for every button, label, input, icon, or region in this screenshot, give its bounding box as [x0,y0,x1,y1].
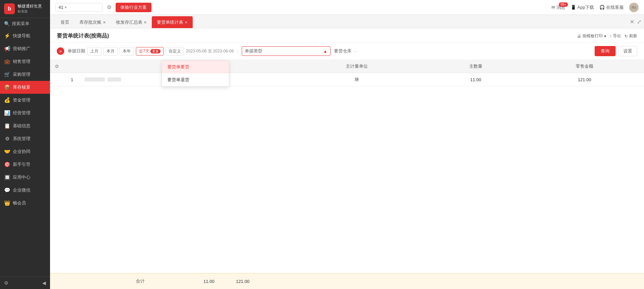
collapse-button[interactable]: ◀ [42,280,46,286]
col-header-index [64,60,80,73]
settings-button[interactable]: 设置 [618,46,637,56]
avatar: Rit [629,3,639,12]
guide-icon: 🎯 [4,161,10,168]
page-content: 要货单统计表(按商品) 🖨 按模板打印 ▾ ↑ 导出 ↻ 刷新 » [50,28,644,289]
tab-receive-summary[interactable]: 收发存汇总表 ✕ [111,16,152,28]
app-center-icon: 🔲 [4,174,10,180]
sidebar-item-operations[interactable]: 📊 经营管理 [0,107,50,119]
filter-right: 查询 设置 [595,46,637,56]
export-button[interactable]: ↑ 导出 [610,33,621,39]
sidebar-item-label: 营销推广 [13,46,30,52]
sidebar-item-label: 新手引导 [13,161,30,168]
filter-expand-button[interactable]: » [57,47,64,55]
date-filter-group: 单据日期 上月 本月 本年 近7天 更多 自定义 2023-05-06 至 20… [68,47,234,55]
sidebar-item-app-center[interactable]: 🔲 应用中心 [0,171,50,184]
store-selector[interactable]: 41 ▾ [55,3,103,12]
sidebar-item-base-info[interactable]: 📋 基础信息 [0,119,50,132]
col-header-settings: ⚙ [50,60,64,73]
dropdown-item-order-goods[interactable]: 要货单要货 [162,61,229,73]
app-download-label: App下载 [577,4,594,10]
warehouse-dots[interactable]: ··· [354,49,357,54]
user-avatar-area[interactable]: Rit [629,3,639,12]
purchase-icon: 🛒 [4,71,10,77]
close-window-icon[interactable]: ✕ [630,18,634,25]
store-name: 41 [58,5,63,10]
footer-amount-value: 121.00 [226,277,260,285]
footer-total-label: 合计 [84,277,151,286]
custom-date-btn[interactable]: 自定义 [166,47,184,55]
tab-home[interactable]: 首页 [55,16,74,28]
search-menu[interactable]: 🔍 搜索菜单 [0,18,50,29]
phone-icon: 📱 [571,5,576,10]
query-button[interactable]: 查询 [595,46,616,56]
sidebar-item-label: 库存核算 [13,84,30,90]
sidebar-item-enterprise[interactable]: 🤝 企业协同 [0,145,50,158]
sidebar-item-sales[interactable]: 💼 销售管理 [0,55,50,68]
messages-badge: 99+ [559,2,568,7]
sidebar-item-marketing[interactable]: 📢 营销推广 [0,42,50,55]
dropdown-item-order-return[interactable]: 要货单退货 [162,73,229,86]
operations-icon: 📊 [4,110,10,116]
sidebar-item-label: 基础信息 [13,123,30,129]
current-month-btn[interactable]: 本月 [103,47,118,55]
message-icon: ✉ [551,5,555,10]
search-label: 搜索菜单 [12,21,29,27]
prev-month-btn[interactable]: 上月 [87,47,101,55]
type-select-arrow[interactable]: ▲ [323,49,328,54]
sidebar-item-wechat-biz[interactable]: 💬 企业微信 [0,184,50,197]
tab-close-icon[interactable]: ✕ [103,20,106,25]
sidebar-item-members[interactable]: 👑 畅会员 [0,197,50,209]
export-icon: ↑ [610,34,612,39]
topbar-gear-icon[interactable]: ⚙ [107,4,112,10]
row-settings-cell [50,73,64,86]
tab-label: 首页 [61,19,69,25]
product-name-placeholder [85,77,105,82]
tab-batch-account[interactable]: 库存批次账 ✕ [74,16,111,28]
last7days-btn[interactable]: 近7天 更多 [136,47,164,55]
tab-order-stats[interactable]: 要货单统计表 ✕ [152,16,193,28]
sidebar-item-purchase[interactable]: 🛒 采购管理 [0,68,50,81]
date-filter-label: 单据日期 [68,48,85,54]
online-service-button[interactable]: 🎧 在线客服 [599,4,624,10]
sidebar-item-quick-nav[interactable]: ⚡ 快捷导航 [0,29,50,42]
refresh-button[interactable]: ↻ 刷新 [624,33,637,39]
members-icon: 👑 [4,200,10,206]
warehouse-filter-group: 要货仓库 ··· [334,48,357,54]
app-name: 畅捷通好生意 [18,4,42,9]
topbar: 41 ▾ ⚙ 体验行业方案 ✉ 消息 99+ 📱 App下载 🎧 在线客服 [50,0,644,15]
print-label: 按模板打印 [582,33,603,39]
chevron-down-icon: ▾ [604,34,606,39]
sidebar-item-label: 快捷导航 [13,33,30,39]
sidebar-item-label: 经营管理 [13,110,30,116]
tab-label: 库存批次账 [79,19,101,25]
topbar-left: 41 ▾ ⚙ 体验行业方案 [55,3,151,12]
tab-close-icon[interactable]: ✕ [144,20,147,25]
tab-close-icon[interactable]: ✕ [185,20,188,25]
sidebar-item-inventory[interactable]: 📦 库存核算 [0,81,50,94]
logo-area: b 畅捷通好生意 标准版 [0,0,50,18]
trial-button[interactable]: 体验行业方案 [116,3,151,12]
print-button[interactable]: 🖨 按模板打印 ▾ [577,33,606,39]
type-select-input[interactable] [264,49,321,54]
quick-nav-icon: ⚡ [4,33,10,39]
sidebar-item-system[interactable]: ⚙ 系统管理 [0,132,50,145]
export-label: 导出 [613,33,621,39]
sidebar-item-finance[interactable]: 💰 资金管理 [0,94,50,107]
table-footer: 合计 11.00 121.00 [50,273,644,289]
sidebar-item-guide[interactable]: 🎯 新手引导 [0,158,50,171]
app-download-button[interactable]: 📱 App下载 [571,4,594,10]
sidebar-bottom: ⚙ ◀ [0,276,50,289]
messages-button[interactable]: ✉ 消息 99+ [551,4,565,10]
topbar-right: ✉ 消息 99+ 📱 App下载 🎧 在线客服 Rit [551,3,639,12]
type-dropdown: 要货单要货 要货单退货 [162,60,229,87]
tab-label: 要货单统计表 [157,19,183,25]
current-year-btn[interactable]: 本年 [120,47,134,55]
sidebar-item-label: 企业微信 [13,187,30,193]
column-settings-icon[interactable]: ⚙ [55,64,59,69]
expand-window-icon[interactable]: ⤢ [637,18,641,25]
headset-icon: 🎧 [599,5,605,10]
row-index-cell: 1 [64,73,80,86]
finance-icon: 💰 [4,97,10,103]
marketing-icon: 📢 [4,46,10,52]
settings-button[interactable]: ⚙ [4,280,8,286]
